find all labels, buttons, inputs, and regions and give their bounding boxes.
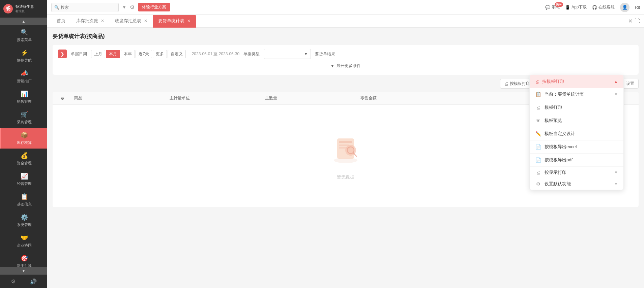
tab-maximize-button[interactable]: ⛶: [635, 18, 640, 24]
dropdown-group-default[interactable]: ⚙ 设置默认功能 ▼: [530, 178, 623, 190]
search-input[interactable]: [61, 5, 116, 10]
type-label: 单据类型: [243, 51, 260, 57]
set-default-arrow: ▼: [614, 182, 618, 186]
type-select-arrow: ▼: [304, 52, 308, 56]
tab-close-all-button[interactable]: ✕: [628, 18, 633, 24]
template_print-icon: 🖨: [535, 105, 541, 110]
operation-icon: 📈: [21, 172, 28, 180]
sidebar-item-guide[interactable]: 🎯新手引导: [0, 251, 47, 267]
tab-receipt_summary[interactable]: 收发存汇总表✕: [110, 15, 153, 28]
online-service-label: 在线客服: [598, 4, 615, 10]
sidebar-item-purchase[interactable]: 🛒采购管理: [0, 107, 47, 128]
date-range-display: 2023-06-01 至 2023-06-30: [192, 51, 239, 57]
tab-order_stats[interactable]: 要货单统计表✕: [153, 15, 196, 28]
sidebar-scroll-down[interactable]: ▼: [0, 267, 47, 275]
sidebar-item-finance[interactable]: 💰资金管理: [0, 149, 47, 169]
sidebar-item-quicknav[interactable]: ⚡快捷导航: [0, 46, 47, 66]
search-box[interactable]: 🔍: [51, 3, 119, 12]
sidebar-logo: 畅 畅通好生意 标准版: [0, 0, 47, 18]
template_excel-label: 按模板导出excel: [545, 144, 577, 150]
speaker-icon[interactable]: 🔊: [30, 278, 37, 285]
tab-inventory_batch-label: 库存批次账: [76, 18, 98, 24]
app-name-block: 畅通好生意 标准版: [16, 4, 34, 13]
date-btn-custom[interactable]: 自定义: [168, 50, 186, 58]
purchase-icon: 🛒: [21, 111, 28, 118]
dropdown-current-item[interactable]: 📋 当前：要货单统计表 ▼: [530, 88, 623, 101]
dropdown-collapse-button[interactable]: ▲: [614, 79, 618, 84]
type-select[interactable]: ▼: [264, 49, 311, 59]
topbar-dropdown-arrow[interactable]: ▼: [122, 5, 126, 10]
settings-button[interactable]: 设置: [622, 79, 639, 89]
date-btn-current_year[interactable]: 本年: [121, 50, 135, 58]
date-btn-current_month[interactable]: 本月: [106, 50, 120, 58]
dropdown-header: 🖨 按模板打印 ▲: [530, 75, 623, 88]
tab-expand-area: ✕ ⛶: [628, 18, 640, 24]
sidebar-item-collab[interactable]: 🤝企业协同: [0, 231, 47, 251]
quicknav-label: 快捷导航: [17, 58, 32, 63]
trial-button[interactable]: 体验行业方案: [138, 3, 170, 11]
guide-label: 新手引导: [17, 263, 32, 267]
table-col-retail-amount: 零售金额: [358, 95, 453, 101]
topbar: 🔍 ▼ ⚙ 体验行业方案 💬 消息 99+ 📱 App下载 🎧 在线客服 👤 R…: [47, 0, 644, 15]
table-col-unit: 主计量单位: [167, 95, 262, 101]
app-name: 畅通好生意: [16, 4, 34, 9]
app-badge: 标准版: [16, 9, 34, 13]
dropdown-header-label: 按模板打印: [542, 78, 564, 85]
print-dropdown-menu: 🖨 按模板打印 ▲ 📋 当前：要货单统计表 ▼ 🖨模板打印👁模板预览✏️模板自定…: [529, 75, 624, 190]
avatar[interactable]: 👤: [620, 3, 630, 12]
template_preview-label: 模板预览: [545, 118, 562, 124]
sidebar-item-system[interactable]: ⚙️系统管理: [0, 210, 47, 231]
sidebar-item-basic[interactable]: 📋基础信息: [0, 190, 47, 210]
dropdown-item-template_print[interactable]: 🖨模板打印: [530, 101, 623, 114]
date-btn-prev_month[interactable]: 上月: [91, 50, 105, 58]
dropdown-item-template_design[interactable]: ✏️模板自定义设计: [530, 127, 623, 140]
template_design-label: 模板自定义设计: [545, 131, 575, 137]
dropdown-item-template_pdf[interactable]: 📄按模板导出pdf: [530, 154, 623, 167]
tab-receipt_summary-close[interactable]: ✕: [144, 19, 147, 23]
online-service-button[interactable]: 🎧 在线客服: [592, 4, 615, 10]
tab-inventory_batch[interactable]: 库存批次账✕: [71, 15, 110, 28]
yaohuodanjieguo-label: 要货单结果: [315, 51, 335, 57]
sidebar-item-marketing[interactable]: 📣营销推广: [0, 66, 47, 87]
operation-label: 经营管理: [17, 181, 32, 186]
tab-order_stats-close[interactable]: ✕: [187, 19, 191, 23]
sidebar-item-operation[interactable]: 📈经营管理: [0, 169, 47, 190]
topbar-gear-icon[interactable]: ⚙: [130, 4, 135, 10]
search-icon: 🔍: [54, 5, 59, 10]
sidebar: 畅 畅通好生意 标准版 ▲ 🔍搜索菜单⚡快捷导航📣营销推广📊销售管理🛒采购管理📦…: [0, 0, 47, 288]
sidebar-bottom: ⚙ 🔊: [0, 275, 47, 288]
message-button[interactable]: 💬 消息 99+: [545, 4, 560, 10]
expand-more-button[interactable]: ▼ 展开更多条件: [58, 61, 633, 71]
app-download-icon: 📱: [565, 5, 570, 10]
message-badge: 99+: [555, 2, 563, 7]
current-label: 当前：要货单统计表: [545, 91, 584, 97]
dropdown-group-default-left: ⚙ 设置默认功能: [535, 181, 571, 187]
sidebar-item-search[interactable]: 🔍搜索菜单: [0, 25, 47, 46]
dropdown-item-template_excel[interactable]: 📄按模板导出excel: [530, 140, 623, 154]
tab-home[interactable]: 首页: [51, 15, 71, 28]
sidebar-item-inventory[interactable]: 📦库存核算: [0, 128, 47, 149]
template_print-label: 模板打印: [545, 104, 562, 110]
display-print-arrow: ▼: [614, 170, 618, 175]
print-header-icon: 🖨: [535, 79, 539, 84]
tab-receipt_summary-label: 收发存汇总表: [115, 18, 141, 24]
set-default-icon: ⚙: [535, 181, 541, 187]
date-btn-last7[interactable]: 近7天: [136, 50, 152, 58]
tab-bar: 首页库存批次账✕收发存汇总表✕要货单统计表✕ ✕ ⛶: [47, 15, 644, 28]
app-download-button[interactable]: 📱 App下载: [565, 4, 587, 10]
sidebar-scroll-up[interactable]: ▲: [0, 18, 47, 25]
inventory-icon: 📦: [21, 131, 28, 139]
sidebar-item-sales[interactable]: 📊销售管理: [0, 87, 47, 107]
filter-collapse-button[interactable]: ❯: [58, 50, 67, 58]
quicknav-icon: ⚡: [21, 49, 28, 57]
dropdown-group-display[interactable]: 🖨 按显示打印 ▼: [530, 167, 623, 178]
finance-label: 资金管理: [17, 161, 32, 166]
tab-inventory_batch-close[interactable]: ✕: [101, 19, 104, 23]
collab-icon: 🤝: [21, 234, 28, 242]
settings-icon[interactable]: ⚙: [11, 278, 16, 285]
print-template-label: 按模板打印: [510, 81, 530, 87]
dropdown-item-template_preview[interactable]: 👁模板预览: [530, 114, 623, 127]
settings-label: 设置: [626, 81, 634, 87]
table-col-settings[interactable]: ⚙: [58, 96, 71, 101]
date-btn-more[interactable]: 更多: [153, 50, 167, 58]
